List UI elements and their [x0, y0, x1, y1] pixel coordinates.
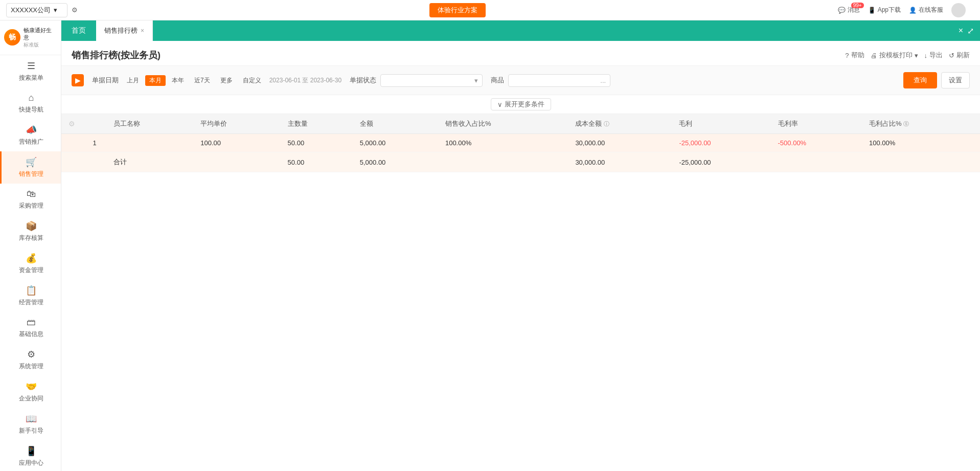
message-icon: 💬	[838, 7, 846, 14]
expand-bar: ∨ 展开更多条件	[61, 95, 980, 114]
td-footer-empty1	[61, 152, 82, 172]
sidebar-logo: 畅 畅康通好生意 标准版	[0, 20, 61, 55]
sidebar-item-marketing[interactable]: 📣 营销推广	[0, 119, 61, 151]
book-icon: 📖	[26, 413, 37, 424]
sidebar-label-basic-info: 基础信息	[19, 330, 43, 339]
td-footer-amount: 5,000.00	[354, 152, 439, 172]
date-filter-label: 单据日期	[92, 76, 119, 85]
message-item[interactable]: 💬 消息 99+	[838, 6, 860, 14]
avatar[interactable]	[951, 3, 966, 17]
date-btn-custom[interactable]: 自定义	[239, 75, 265, 86]
status-filter-label: 单据状态	[350, 76, 376, 85]
sidebar-item-guide[interactable]: 📖 新手引导	[0, 408, 61, 440]
th-profit-pct: 毛利占比% ⓢ	[863, 114, 980, 134]
cost-info-icon[interactable]: ⓘ	[604, 121, 609, 127]
sidebar-label-system: 系统管理	[19, 362, 43, 371]
date-range-display: 2023-06-01 至 2023-06-30	[269, 76, 341, 85]
window-expand-button[interactable]: ⤢	[967, 26, 974, 36]
tab-home[interactable]: 首页	[61, 20, 96, 41]
expand-more-conditions-button[interactable]: ∨ 展开更多条件	[491, 98, 551, 110]
chevron-down-icon: ▾	[54, 6, 57, 14]
app-download-item[interactable]: 📱 App下载	[868, 6, 901, 14]
tab-actions: × ⤢	[952, 26, 980, 36]
sidebar-item-basic-info[interactable]: 🗃 基础信息	[0, 312, 61, 344]
mobile-app-icon: 📱	[26, 445, 37, 457]
th-rank	[82, 114, 107, 134]
help-button[interactable]: ? 帮助	[845, 51, 864, 60]
goods-select[interactable]: ...	[508, 74, 610, 87]
sidebar-item-app-center[interactable]: 📱 应用中心	[0, 440, 61, 471]
th-sales-pct: 销售收入占比%	[439, 114, 569, 134]
filter-right: 查询 设置	[903, 72, 970, 88]
company-selector[interactable]: XXXXXX公司 ▾	[6, 3, 67, 17]
clipboard-icon: 📋	[26, 285, 37, 296]
sidebar-label-quick-nav: 快捷导航	[19, 105, 43, 114]
export-label: 导出	[929, 51, 943, 60]
date-btn-this-month[interactable]: 本月	[145, 75, 166, 86]
td-footer-avg-price	[194, 152, 281, 172]
sidebar-label-search-order: 搜索菜单	[19, 74, 43, 82]
window-close-button[interactable]: ×	[959, 26, 963, 35]
sidebar-item-finance[interactable]: 💰 资金管理	[0, 248, 61, 280]
table-container: ⚙ 员工名称 平均单价 主数量 全额 销售收入占比% 成本全额 ⓘ 毛利	[61, 114, 980, 172]
online-service-label: 在线客服	[919, 6, 943, 14]
sidebar-label-inventory: 库存核算	[19, 234, 43, 242]
td-profit-pct: 100.00%	[863, 134, 980, 152]
td-footer-profit-pct	[863, 152, 980, 172]
goods-select-arrow: ...	[600, 77, 606, 84]
handshake-icon: 🤝	[26, 381, 37, 392]
tab-sales-ranking[interactable]: 销售排行榜 ×	[96, 20, 153, 41]
date-btn-last-month[interactable]: 上月	[123, 75, 143, 86]
td-rank: 1	[82, 134, 107, 152]
date-btn-this-year[interactable]: 本年	[168, 75, 188, 86]
setting-button[interactable]: 设置	[941, 72, 970, 88]
gear-settings-icon[interactable]: ⚙	[69, 120, 75, 128]
print-arrow-icon: ▾	[915, 52, 918, 59]
query-button[interactable]: 查询	[903, 72, 937, 88]
sidebar-label-purchase: 采购管理	[19, 201, 43, 210]
goods-filter-label: 商品	[491, 76, 504, 85]
td-footer-profit: -25,000.00	[673, 152, 771, 172]
page-content: 销售排行榜(按业务员) ? 帮助 🖨 按模板打印 ▾ ↓ 导出	[61, 41, 980, 471]
date-btn-7days[interactable]: 近7天	[190, 75, 214, 86]
logo-line1: 畅康通好生意	[24, 27, 57, 41]
profit-pct-info-icon[interactable]: ⓢ	[903, 121, 909, 127]
table-row: 1 100.00 50.00 5,000.00 100.00% 30,000.0…	[61, 134, 980, 152]
print-button[interactable]: 🖨 按模板打印 ▾	[871, 51, 918, 60]
trial-button[interactable]: 体验行业方案	[429, 3, 486, 17]
td-avg-price: 100.00	[194, 134, 281, 152]
main-content: 首页 销售排行榜 × × ⤢ 销售排行榜(按业务员) ? 帮助	[61, 20, 980, 471]
table-footer-row: 合计 50.00 5,000.00 30,000.00 -25,000.00	[61, 152, 980, 172]
status-select[interactable]: ▾	[380, 74, 483, 87]
td-footer-label: 合计	[107, 152, 194, 172]
th-cost: 成本全额 ⓘ	[569, 114, 673, 134]
cart-icon: 🛒	[26, 156, 37, 168]
sidebar-item-search-order[interactable]: ☰ 搜索菜单	[0, 55, 61, 87]
date-btn-more[interactable]: 更多	[216, 75, 237, 86]
export-button[interactable]: ↓ 导出	[924, 51, 943, 60]
online-service-item[interactable]: 👤 在线客服	[909, 6, 943, 14]
date-filter-group: 单据日期 上月 本月 本年 近7天 更多 自定义 2023-06-01 至 20…	[92, 75, 341, 86]
status-filter-group: 单据状态 ▾	[350, 74, 483, 87]
sidebar-label-marketing: 营销推广	[19, 138, 43, 146]
sidebar-item-sales[interactable]: 🛒 销售管理	[0, 151, 61, 184]
sidebar-item-enterprise-collab[interactable]: 🤝 企业协同	[0, 376, 61, 408]
page-actions: ? 帮助 🖨 按模板打印 ▾ ↓ 导出 ↺ 刷新	[845, 51, 970, 60]
gear-icon: ⚙	[27, 349, 35, 360]
sidebar-item-inventory[interactable]: 📦 库存核算	[0, 215, 61, 248]
refresh-button[interactable]: ↺ 刷新	[949, 51, 970, 60]
logo-line2: 标准版	[24, 41, 57, 49]
top-bar-right: 💬 消息 99+ 📱 App下载 👤 在线客服	[838, 3, 974, 17]
td-cost: 30,000.00	[569, 134, 673, 152]
sidebar-label-operations: 经营管理	[19, 298, 43, 307]
tab-close-icon[interactable]: ×	[141, 27, 144, 34]
sidebar-item-system[interactable]: ⚙ 系统管理	[0, 344, 61, 376]
td-qty: 50.00	[282, 134, 354, 152]
sidebar-item-operations[interactable]: 📋 经营管理	[0, 280, 61, 312]
gear-icon-top[interactable]: ⚙	[72, 6, 78, 14]
sidebar-item-quick-nav[interactable]: ⌂ 快捷导航	[0, 87, 61, 119]
sidebar-item-purchase[interactable]: 🛍 采购管理	[0, 184, 61, 215]
page-header: 销售排行榜(按业务员) ? 帮助 🖨 按模板打印 ▾ ↓ 导出	[61, 41, 980, 66]
filter-toggle-button[interactable]: ▶	[72, 74, 84, 86]
sidebar-label-enterprise-collab: 企业协同	[19, 394, 43, 403]
